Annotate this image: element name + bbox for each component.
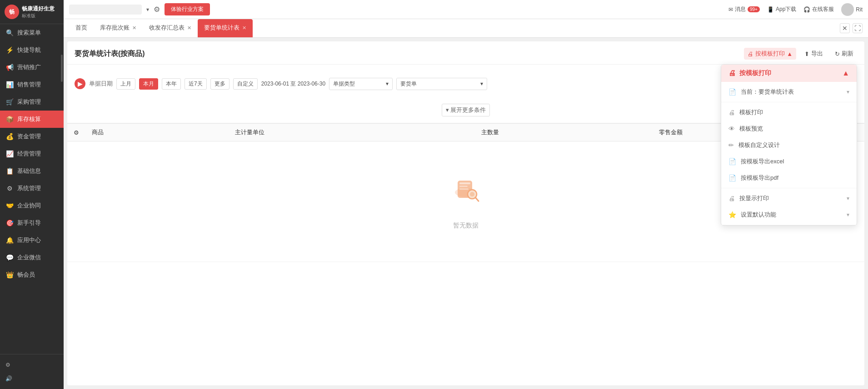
file-icon: 📄 bbox=[728, 88, 736, 96]
sidebar-item-guide[interactable]: 🎯 新手引导 bbox=[0, 214, 64, 232]
close-icon[interactable]: ✕ bbox=[132, 25, 136, 31]
sidebar-item-enterprise-wechat[interactable]: 💬 企业微信 bbox=[0, 249, 64, 266]
sidebar-item-sales[interactable]: 📊 销售管理 bbox=[0, 76, 64, 93]
topbar-dropdown-btn[interactable]: ▾ bbox=[146, 6, 149, 13]
dropdown-current-section: 📄 当前：要货单统计表 ▾ bbox=[721, 82, 857, 102]
template-print-item[interactable]: 🖨 模板打印 bbox=[721, 104, 857, 121]
svg-rect-2 bbox=[459, 182, 470, 184]
template-preview-item[interactable]: 👁 模板预览 bbox=[721, 121, 857, 137]
template-export-excel-item[interactable]: 📄 按模板导出excel bbox=[721, 153, 857, 170]
sidebar-item-label: 畅会员 bbox=[17, 271, 35, 279]
message-badge: 99+ bbox=[748, 6, 760, 12]
display-print-item[interactable]: 🖨 按显示打印 ▾ bbox=[721, 190, 857, 207]
lightning-icon: ⚡ bbox=[5, 46, 14, 54]
export-label: 导出 bbox=[811, 50, 823, 58]
sidebar-item-quick-nav[interactable]: ⚡ 快捷导航 bbox=[0, 41, 64, 59]
printer-icon: 🖨 bbox=[748, 51, 753, 57]
close-icon[interactable]: ✕ bbox=[242, 25, 246, 31]
date-7days-btn[interactable]: 近7天 bbox=[185, 78, 207, 90]
export-excel-label: 按模板导出excel bbox=[741, 157, 784, 166]
sound-icon: 🔊 bbox=[5, 375, 12, 382]
refresh-btn[interactable]: ↻ 刷新 bbox=[831, 48, 857, 60]
tab-label: 收发存汇总表 bbox=[149, 24, 185, 32]
template-export-pdf-item[interactable]: 📄 按模板导出pdf bbox=[721, 170, 857, 186]
sidebar-item-member[interactable]: 👑 畅会员 bbox=[0, 266, 64, 283]
sidebar-item-label: 基础信息 bbox=[17, 167, 41, 175]
online-service-btn[interactable]: 🎧 在线客服 bbox=[803, 5, 834, 13]
sidebar-item-system[interactable]: ⚙ 系统管理 bbox=[0, 180, 64, 197]
export-icon: ⬆ bbox=[804, 51, 809, 57]
date-more-btn[interactable]: 更多 bbox=[210, 78, 229, 90]
chart-icon: 📊 bbox=[5, 81, 14, 89]
search-icon: 🔍 bbox=[5, 29, 14, 37]
message-btn[interactable]: ✉ 消息 99+ bbox=[728, 5, 760, 13]
sidebar-item-basic-info[interactable]: 📋 基础信息 bbox=[0, 162, 64, 180]
topbar: ▾ ⚙ 体验行业方案 ✉ 消息 99+ 📱 App下载 🎧 在线客服 Rit bbox=[64, 0, 868, 19]
col-quantity: 主数量 bbox=[475, 124, 653, 141]
sidebar-item-inventory[interactable]: 📦 库存核算 bbox=[0, 111, 64, 128]
date-prev-month-btn[interactable]: 上月 bbox=[116, 78, 135, 90]
sidebar-item-purchase[interactable]: 🛒 采购管理 bbox=[0, 93, 64, 111]
close-icon[interactable]: ✕ bbox=[187, 25, 191, 31]
main-area: ▾ ⚙ 体验行业方案 ✉ 消息 99+ 📱 App下载 🎧 在线客服 Rit bbox=[64, 0, 868, 389]
maximize-btn[interactable]: ⛶ bbox=[853, 23, 863, 33]
date-cur-month-btn[interactable]: 本月 bbox=[139, 78, 158, 90]
template-design-item[interactable]: ✏ 模板自定义设计 bbox=[721, 137, 857, 153]
online-service-label: 在线客服 bbox=[812, 5, 834, 13]
chevron-down-icon: ▾ bbox=[480, 81, 483, 87]
app-download-btn[interactable]: 📱 App下载 bbox=[767, 5, 796, 13]
trial-button[interactable]: 体验行业方案 bbox=[165, 3, 210, 15]
tab-inventory-batch[interactable]: 库存批次账 ✕ bbox=[94, 19, 143, 37]
tab-order-stats[interactable]: 要货单统计表 ✕ bbox=[198, 19, 253, 37]
page-title: 要货单统计表(按商品) bbox=[75, 49, 145, 59]
dropdown-close-btn[interactable]: ▲ bbox=[842, 69, 849, 77]
app-badge: 标准版 bbox=[22, 13, 55, 19]
user-area[interactable]: Rit bbox=[841, 3, 863, 16]
order-type-label: 单据类型 bbox=[333, 80, 355, 88]
svg-rect-3 bbox=[459, 186, 468, 187]
goods-select[interactable]: 要货单 ▾ bbox=[396, 78, 487, 90]
sidebar-item-app-center[interactable]: 🔔 应用中心 bbox=[0, 232, 64, 249]
order-type-select[interactable]: 单据类型 ▾ bbox=[329, 78, 393, 90]
dropdown-current-item[interactable]: 📄 当前：要货单统计表 ▾ bbox=[721, 84, 857, 100]
message-label: 消息 bbox=[735, 5, 746, 13]
export-btn[interactable]: ⬆ 导出 bbox=[801, 48, 827, 60]
expand-more-btn[interactable]: ▾ 展开更多条件 bbox=[442, 104, 490, 116]
sidebar-item-label: 资金管理 bbox=[17, 132, 41, 141]
dropdown-item-left: ⭐ 设置默认功能 bbox=[728, 211, 776, 219]
export-pdf-label: 按模板导出pdf bbox=[741, 174, 778, 182]
target-icon: 🎯 bbox=[5, 219, 14, 227]
sidebar-item-label: 搜索菜单 bbox=[17, 29, 41, 37]
sidebar-item-marketing[interactable]: 📢 营销推广 bbox=[0, 59, 64, 76]
page-header: 要货单统计表(按商品) 🖨 按模板打印 ▲ ⬆ 导出 ↻ 刷新 bbox=[67, 41, 864, 65]
tab-home[interactable]: 首页 bbox=[69, 19, 94, 37]
svg-line-6 bbox=[475, 197, 479, 201]
display-print-label: 按显示打印 bbox=[739, 194, 769, 202]
sidebar-item-search-menu[interactable]: 🔍 搜索菜单 bbox=[0, 24, 64, 41]
topbar-search-input[interactable] bbox=[69, 5, 142, 15]
date-range: 2023-06-01 至 2023-06-30 bbox=[261, 80, 325, 88]
printer-icon: 🖨 bbox=[728, 109, 735, 116]
sidebar-item-operations[interactable]: 📈 经营管理 bbox=[0, 145, 64, 162]
date-custom-btn[interactable]: 自定义 bbox=[233, 78, 258, 90]
download-icon: 📱 bbox=[767, 6, 774, 13]
expand-btn[interactable]: ✕ bbox=[840, 23, 850, 33]
tab-stock-summary[interactable]: 收发存汇总表 ✕ bbox=[143, 19, 198, 37]
print-btn[interactable]: 🖨 按模板打印 ▲ bbox=[744, 48, 796, 60]
crown-icon: 👑 bbox=[5, 271, 14, 279]
sidebar-item-finance[interactable]: 💰 资金管理 bbox=[0, 128, 64, 145]
sidebar-item-label: 应用中心 bbox=[17, 236, 41, 244]
filter-expand-btn[interactable]: ▶ bbox=[75, 78, 85, 89]
col-settings[interactable]: ⚙ bbox=[67, 124, 85, 141]
sidebar-settings-btn[interactable]: ⚙ bbox=[0, 358, 64, 372]
app-name: 畅康通好生意 bbox=[22, 5, 55, 13]
cart-icon: 🛒 bbox=[5, 98, 14, 106]
topbar-gear-btn[interactable]: ⚙ bbox=[154, 5, 160, 14]
sidebar-item-label: 营销推广 bbox=[17, 63, 41, 71]
col-unit: 主计量单位 bbox=[229, 124, 475, 141]
sidebar-item-cooperation[interactable]: 🤝 企业协同 bbox=[0, 197, 64, 214]
sidebar-scrollbar[interactable] bbox=[61, 55, 63, 82]
set-default-item[interactable]: ⭐ 设置默认功能 ▾ bbox=[721, 207, 857, 223]
sidebar-sound-btn[interactable]: 🔊 bbox=[0, 372, 64, 385]
date-cur-year-btn[interactable]: 本年 bbox=[162, 78, 181, 90]
